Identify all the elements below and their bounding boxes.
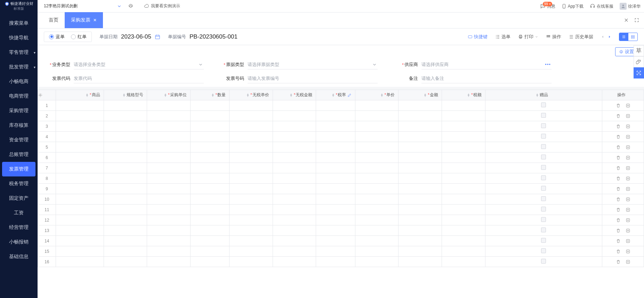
cell[interactable]: [442, 194, 485, 205]
cell[interactable]: [190, 163, 229, 173]
fullscreen-icon[interactable]: [634, 18, 639, 23]
cell[interactable]: [147, 194, 191, 205]
add-row-icon[interactable]: [626, 145, 630, 150]
cell[interactable]: [147, 236, 191, 246]
cell[interactable]: [399, 132, 442, 142]
gift-cell[interactable]: [485, 225, 602, 236]
cell[interactable]: [190, 121, 229, 132]
add-row-icon[interactable]: [626, 176, 630, 181]
add-row-icon[interactable]: [626, 124, 630, 129]
cell[interactable]: [56, 194, 104, 205]
sidebar-item[interactable]: 小畅报销: [0, 235, 38, 249]
cell[interactable]: [399, 184, 442, 194]
cell[interactable]: [355, 257, 399, 267]
cell[interactable]: [104, 184, 147, 194]
cell[interactable]: [230, 111, 273, 121]
cell[interactable]: [273, 225, 316, 236]
cell[interactable]: [399, 142, 442, 152]
cell[interactable]: [56, 246, 104, 257]
cell[interactable]: [230, 173, 273, 184]
cell[interactable]: [316, 184, 355, 194]
cell[interactable]: [147, 121, 191, 132]
table-row[interactable]: 2: [38, 111, 644, 121]
cell[interactable]: [147, 225, 191, 236]
delete-row-icon[interactable]: [616, 259, 621, 264]
cell[interactable]: [190, 236, 229, 246]
cell[interactable]: [104, 225, 147, 236]
cell[interactable]: [273, 257, 316, 267]
cell[interactable]: [56, 173, 104, 184]
cell[interactable]: [355, 111, 399, 121]
radio-red[interactable]: 红单: [71, 34, 87, 40]
cell[interactable]: [399, 194, 442, 205]
next-record-icon[interactable]: [608, 35, 611, 39]
cell[interactable]: [230, 132, 273, 142]
cell[interactable]: [273, 236, 316, 246]
cell[interactable]: [399, 257, 442, 267]
cell[interactable]: [147, 163, 191, 173]
cell[interactable]: [56, 184, 104, 194]
add-row-icon[interactable]: [626, 259, 630, 264]
gift-cell[interactable]: [485, 100, 602, 111]
calendar-icon[interactable]: [155, 34, 160, 40]
cell[interactable]: [355, 184, 399, 194]
cell[interactable]: [230, 184, 273, 194]
table-row[interactable]: 16: [38, 257, 644, 267]
table-row[interactable]: 6: [38, 152, 644, 163]
checkbox[interactable]: [541, 113, 546, 118]
cell[interactable]: [147, 100, 191, 111]
table-row[interactable]: 12: [38, 215, 644, 225]
cell[interactable]: [316, 121, 355, 132]
cell[interactable]: [190, 257, 229, 267]
cell[interactable]: [147, 142, 191, 152]
sidebar-item[interactable]: 发票管理: [2, 162, 35, 176]
checkbox[interactable]: [541, 155, 546, 159]
cell[interactable]: [316, 100, 355, 111]
cell[interactable]: [104, 246, 147, 257]
cell[interactable]: [230, 100, 273, 111]
sidebar-item[interactable]: 零售管理▾: [0, 45, 38, 60]
gift-cell[interactable]: [485, 142, 602, 152]
cell[interactable]: [442, 246, 485, 257]
checkbox[interactable]: [541, 165, 546, 170]
cell[interactable]: [56, 215, 104, 225]
cell[interactable]: [230, 215, 273, 225]
cell[interactable]: [399, 215, 442, 225]
add-row-icon[interactable]: [626, 228, 630, 233]
add-row-icon[interactable]: [626, 187, 630, 191]
cell[interactable]: [316, 152, 355, 163]
sidebar-item[interactable]: 税务管理: [0, 176, 38, 191]
cell[interactable]: [56, 236, 104, 246]
cell[interactable]: [273, 246, 316, 257]
cell[interactable]: [147, 184, 191, 194]
cell[interactable]: [442, 121, 485, 132]
sidebar-item[interactable]: 固定资产: [0, 191, 38, 206]
table-row[interactable]: 7: [38, 163, 644, 173]
checkbox[interactable]: [541, 134, 546, 139]
action-button[interactable]: 操作: [546, 34, 561, 40]
gift-cell[interactable]: [485, 205, 602, 215]
delete-row-icon[interactable]: [616, 249, 621, 254]
cell[interactable]: [316, 215, 355, 225]
col-unit[interactable]: ▲▼*采购单位: [147, 90, 191, 100]
cell[interactable]: [147, 152, 191, 163]
sidebar-item[interactable]: 批发管理▾: [0, 60, 38, 74]
col-gear[interactable]: [38, 90, 56, 100]
cell[interactable]: [442, 142, 485, 152]
cell[interactable]: [273, 205, 316, 215]
col-product[interactable]: ▲▼*商品: [56, 90, 104, 100]
cell[interactable]: [147, 205, 191, 215]
quickkey-button[interactable]: 快捷键: [468, 34, 488, 40]
add-row-icon[interactable]: [626, 249, 630, 254]
delete-row-icon[interactable]: [616, 134, 621, 139]
tab-close-all-icon[interactable]: [624, 18, 629, 23]
cell[interactable]: [442, 132, 485, 142]
sidebar-item[interactable]: 小畅电商: [0, 74, 38, 89]
cell[interactable]: [316, 142, 355, 152]
sidebar-item[interactable]: 基础信息: [0, 249, 38, 264]
tab-home[interactable]: 首页: [42, 12, 65, 28]
col-amount[interactable]: ▲▼*金额: [399, 90, 442, 100]
checkbox[interactable]: [541, 259, 546, 264]
cell[interactable]: [355, 152, 399, 163]
add-row-icon[interactable]: [626, 197, 630, 202]
